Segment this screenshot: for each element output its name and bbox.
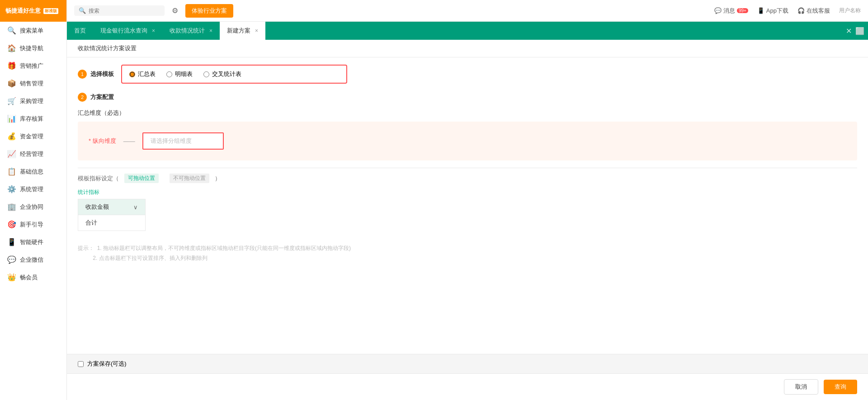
form-section: 1 选择模板 汇总表 明细表 交叉统计表 bbox=[67, 57, 868, 354]
main-area: 🔍 ⚙ 体验行业方案 💬 消息 99+ 📱 App下载 🎧 在线客服 用户名称 … bbox=[67, 0, 868, 400]
tab-new[interactable]: 新建方案 × bbox=[220, 22, 265, 40]
home-icon: 🏠 bbox=[7, 44, 16, 52]
service-item[interactable]: 🎧 在线客服 bbox=[797, 7, 830, 15]
sidebar-item-marketing[interactable]: 🎁 营销推广 bbox=[0, 57, 66, 75]
phone-icon: 📱 bbox=[7, 238, 16, 246]
notification-item[interactable]: 💬 消息 99+ bbox=[714, 7, 748, 15]
sidebar-item-base[interactable]: 📋 基础信息 bbox=[0, 163, 66, 180]
metrics-total-label: 合计 bbox=[85, 219, 97, 226]
message-icon: 💬 bbox=[714, 7, 722, 14]
search-menu-icon: 🔍 bbox=[7, 26, 16, 35]
sidebar-item-label: 企业微信 bbox=[20, 256, 43, 264]
sidebar-item-label: 企业协同 bbox=[20, 203, 43, 211]
chart-icon: 📊 bbox=[7, 114, 16, 123]
sidebar-item-quick[interactable]: 🏠 快捷导航 bbox=[0, 39, 66, 57]
search-box[interactable]: 🔍 bbox=[74, 5, 165, 16]
gear-icon: ⚙️ bbox=[7, 185, 16, 193]
draggable-badge: 可拖动位置 bbox=[124, 174, 159, 183]
chat-icon: 💬 bbox=[7, 255, 16, 264]
metrics-column-header[interactable]: 收款金额 ∨ bbox=[78, 199, 145, 215]
radio-detail[interactable]: 明细表 bbox=[166, 70, 193, 78]
search-input[interactable] bbox=[89, 8, 147, 14]
radio-cross-input[interactable] bbox=[203, 71, 209, 77]
maximize-icon[interactable]: ⬜ bbox=[855, 27, 864, 35]
sidebar-item-label: 采购管理 bbox=[20, 97, 43, 105]
tab-receipt-label: 收款情况统计 bbox=[170, 27, 205, 35]
step2-badge: 2 bbox=[78, 93, 87, 102]
dimension-input[interactable]: 请选择分组维度 bbox=[142, 132, 224, 150]
building-icon: 🏢 bbox=[7, 202, 16, 211]
radio-cross-label: 交叉统计表 bbox=[212, 70, 241, 78]
notification-label: 消息 bbox=[723, 7, 735, 15]
bottom-bar: 取消 查询 bbox=[67, 373, 868, 400]
template-selector: 汇总表 明细表 交叉统计表 bbox=[121, 65, 347, 84]
sidebar-item-label: 销售管理 bbox=[20, 80, 43, 88]
tab-new-label: 新建方案 bbox=[227, 27, 250, 35]
metrics-table: 收款金额 ∨ 合计 bbox=[78, 199, 146, 231]
tab-bank-label: 现金银行流水查询 bbox=[100, 27, 147, 35]
sidebar-item-member[interactable]: 👑 畅会员 bbox=[0, 268, 66, 286]
tip2: 2. 点击标题栏下拉可设置排序、插入列和删除列 bbox=[78, 254, 857, 264]
settings-icon[interactable]: ⚙ bbox=[172, 6, 178, 15]
radio-summary-input[interactable] bbox=[129, 71, 135, 77]
step1-row: 1 选择模板 汇总表 明细表 交叉统计表 bbox=[78, 65, 857, 84]
tab-home[interactable]: 首页 bbox=[67, 22, 93, 40]
sidebar-item-label: 快捷导航 bbox=[20, 44, 43, 52]
tab-home-label: 首页 bbox=[74, 27, 86, 35]
tab-receipt[interactable]: 收款情况统计 × bbox=[162, 22, 220, 40]
non-draggable-badge: 不可拖动位置 bbox=[170, 174, 209, 183]
sidebar-item-search[interactable]: 🔍 搜索菜单 bbox=[0, 22, 66, 39]
user-info[interactable]: 用户名称 bbox=[839, 7, 861, 14]
sidebar-item-finance[interactable]: 💰 资金管理 bbox=[0, 127, 66, 145]
close-window-icon[interactable]: ✕ bbox=[846, 27, 852, 35]
dimension-box: * 纵向维度 —— 请选择分组维度 bbox=[78, 122, 857, 160]
sidebar-item-hardware[interactable]: 📱 智能硬件 bbox=[0, 233, 66, 251]
column-dropdown-icon[interactable]: ∨ bbox=[133, 204, 138, 211]
service-label: 在线客服 bbox=[807, 7, 830, 15]
sidebar-item-sales[interactable]: 📦 销售管理 bbox=[0, 75, 66, 92]
page-header: 收款情况统计方案设置 bbox=[67, 40, 868, 57]
save-label: 方案保存(可选) bbox=[87, 360, 127, 368]
radio-cross[interactable]: 交叉统计表 bbox=[203, 70, 241, 78]
sidebar-item-label: 系统管理 bbox=[20, 185, 43, 193]
dimension-title-text: 汇总维度（必选） bbox=[78, 109, 125, 116]
tips-section: 提示： 1. 拖动标题栏可以调整布局，不可跨维度或指标区域拖动栏目字段(只能在同… bbox=[78, 240, 857, 267]
metrics-section: 模板指标设定（ 可拖动位置 不可拖动位置 ） 统计指标 收款金额 ∨ bbox=[78, 168, 857, 231]
sidebar-item-operation[interactable]: 📈 经营管理 bbox=[0, 145, 66, 163]
metrics-total-row: 合计 bbox=[78, 215, 145, 231]
tab-receipt-close[interactable]: × bbox=[209, 28, 212, 34]
tab-new-close[interactable]: × bbox=[255, 28, 258, 34]
sidebar-item-label: 库存核算 bbox=[20, 115, 43, 123]
vertical-dim-label: * 纵向维度 bbox=[89, 137, 116, 145]
sidebar-item-label: 营销推广 bbox=[20, 62, 43, 70]
trial-button[interactable]: 体验行业方案 bbox=[185, 4, 233, 18]
cancel-button[interactable]: 取消 bbox=[784, 379, 818, 395]
money-icon: 💰 bbox=[7, 132, 16, 141]
step2-label: 方案配置 bbox=[90, 93, 114, 101]
download-label: App下载 bbox=[766, 7, 788, 15]
tabbar-right: ✕ ⬜ bbox=[846, 27, 868, 35]
sidebar-item-inventory[interactable]: 📊 库存核算 bbox=[0, 110, 66, 127]
sidebar-item-wechat[interactable]: 💬 企业微信 bbox=[0, 251, 66, 268]
metrics-title-text: 模板指标设定（ bbox=[78, 174, 119, 183]
radio-detail-label: 明细表 bbox=[175, 70, 193, 78]
metrics-column-label: 收款金额 bbox=[85, 203, 109, 211]
operation-icon: 📈 bbox=[7, 150, 16, 158]
save-checkbox[interactable] bbox=[78, 361, 84, 367]
radio-summary[interactable]: 汇总表 bbox=[129, 70, 156, 78]
sidebar-item-label: 搜索菜单 bbox=[20, 27, 43, 35]
radio-detail-input[interactable] bbox=[166, 71, 172, 77]
tab-bank[interactable]: 现金银行流水查询 × bbox=[93, 22, 162, 40]
download-item[interactable]: 📱 App下载 bbox=[757, 7, 788, 15]
sidebar-item-enterprise[interactable]: 🏢 企业协同 bbox=[0, 198, 66, 216]
tabbar: 首页 现金银行流水查询 × 收款情况统计 × 新建方案 × ✕ ⬜ bbox=[67, 22, 868, 40]
dimension-title: 汇总维度（必选） bbox=[78, 109, 857, 117]
tab-bank-close[interactable]: × bbox=[152, 28, 155, 34]
sidebar: 畅捷通好生意 标准版 🔍 搜索菜单 🏠 快捷导航 🎁 营销推广 📦 销售管理 🛒… bbox=[0, 0, 67, 400]
sidebar-item-system[interactable]: ⚙️ 系统管理 bbox=[0, 180, 66, 198]
sidebar-item-purchase[interactable]: 🛒 采购管理 bbox=[0, 92, 66, 110]
query-button[interactable]: 查询 bbox=[824, 380, 857, 394]
crown-icon: 👑 bbox=[7, 273, 16, 282]
sidebar-item-guide[interactable]: 🎯 新手引导 bbox=[0, 216, 66, 233]
sidebar-item-label: 新手引导 bbox=[20, 221, 43, 229]
